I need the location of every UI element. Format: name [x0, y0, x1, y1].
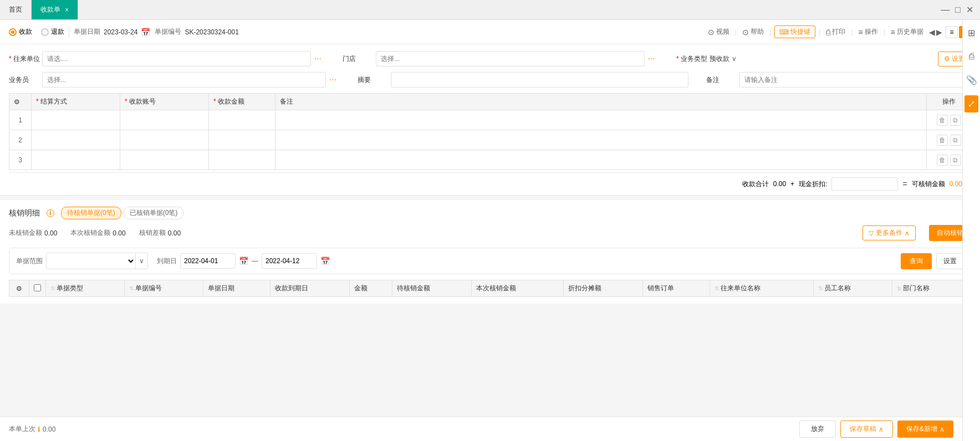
history-action[interactable]: ≡ 历史单据	[889, 27, 926, 37]
salesrep-input[interactable]	[42, 72, 326, 88]
row-1-remark[interactable]	[275, 110, 927, 130]
summary-input[interactable]	[391, 72, 688, 88]
print-label: 打印	[832, 27, 845, 37]
row-1-account[interactable]	[120, 110, 209, 130]
row-2-delete-btn[interactable]: 🗑	[937, 135, 948, 146]
pending-tab[interactable]: 待核销单据(0笔)	[61, 207, 121, 219]
row-3-copy-btn[interactable]: ⧉	[950, 155, 961, 166]
more-conditions-btn[interactable]: ▽ 更多条件 ∧	[862, 225, 916, 240]
operate-action[interactable]: ≡ 操作	[856, 27, 880, 37]
minimize-button[interactable]: —	[941, 5, 950, 15]
right-sidebar: ⊞ ⎙ 📎 ⤢	[962, 20, 980, 441]
sidebar-expand-icon[interactable]: ⤢	[964, 95, 978, 112]
row-2-copy-btn[interactable]: ⧉	[950, 135, 961, 146]
business-type-arrow[interactable]: ∨	[732, 55, 737, 63]
toolbar-actions: ⊙ 视频 | ⊙ 帮助 | ⌨ 快捷键 | ⎙ 打印 | ≡ 操作 | ≡ 历史…	[706, 25, 971, 38]
cal-to-icon[interactable]: 📅	[320, 257, 330, 265]
due-date-from-input[interactable]	[180, 253, 236, 269]
video-action[interactable]: ⊙ 视频	[706, 27, 732, 37]
range-arrow[interactable]: ∨	[135, 253, 147, 269]
range-select[interactable]	[47, 253, 135, 269]
print-action[interactable]: ⎙ 打印	[824, 27, 848, 37]
store-more[interactable]: ···	[645, 54, 659, 64]
video-label: 视频	[716, 27, 729, 37]
counterparty-input[interactable]	[42, 51, 311, 66]
maximize-button[interactable]: □	[955, 5, 961, 15]
discount-label: 现金折扣:	[799, 180, 827, 189]
row-2-settle[interactable]	[32, 130, 120, 150]
due-date-to-input[interactable]	[262, 253, 317, 269]
shortcut-icon: ⌨	[779, 28, 789, 36]
stats-row: 未核销金额 0.00 本次核销金额 0.00 核销差额 0.00 ▽ 更多条件 …	[9, 225, 971, 241]
range-label: 单据范围	[16, 257, 43, 266]
unverified-label: 未核销金额	[9, 228, 42, 238]
remark-input[interactable]	[739, 72, 971, 88]
sidebar-attach-icon[interactable]: 📎	[963, 71, 981, 89]
table-header-gear[interactable]: ⚙	[9, 94, 32, 110]
row-2-account[interactable]	[120, 130, 209, 150]
query-button[interactable]: 查询	[901, 253, 932, 269]
row-3-delete-btn[interactable]: 🗑	[937, 155, 948, 166]
cal-from-icon[interactable]: 📅	[239, 257, 248, 265]
counterparty-label: 往来单位	[9, 54, 42, 64]
bottom-bar: 本单上次 ℹ 0.00 放弃 保存草稿 ∧ 保存&新增 ∧	[0, 417, 962, 441]
filter-settings-button[interactable]: 设置	[936, 253, 964, 269]
unverified-stat: 未核销金额 0.00	[9, 228, 57, 238]
save-new-arrow: ∧	[940, 425, 945, 433]
row-3-settle[interactable]	[32, 150, 120, 170]
calendar-icon[interactable]: 📅	[141, 28, 150, 37]
vtable-select-all[interactable]	[34, 284, 41, 291]
print-icon: ⎙	[826, 28, 830, 37]
nav-next[interactable]: ▶	[936, 28, 942, 37]
form-section: 往来单位 ··· 门店 ··· 业务类型 预收款 ∨ ⚙ 设置 业务员	[0, 44, 980, 196]
close-button[interactable]: ✕	[966, 4, 973, 15]
done-tab[interactable]: 已核销单据(0笔)	[124, 207, 184, 219]
vtable-header-discount: 折扣分摊额	[563, 280, 642, 297]
store-input[interactable]	[376, 51, 645, 66]
verification-info-icon[interactable]: ℹ	[47, 209, 54, 217]
operate-label: 操作	[865, 27, 878, 37]
shortcut-label: 快捷键	[790, 27, 810, 37]
row-3-remark[interactable]	[275, 150, 927, 170]
sidebar-table-icon[interactable]: ⊞	[964, 24, 978, 42]
verification-section: 核销明细 ℹ 待核销单据(0笔) 已核销单据(0笔) 未核销金额 0.00 本次…	[0, 200, 980, 304]
sidebar-print-icon[interactable]: ⎙	[966, 48, 978, 65]
bottom-info-icon[interactable]: ℹ	[38, 425, 40, 433]
salesrep-more[interactable]: ···	[326, 75, 340, 85]
tab-receipt-close[interactable]: ×	[65, 6, 69, 14]
toolbar-divider-1	[69, 27, 69, 38]
verifiable-label: 可核销金额	[912, 180, 945, 189]
verification-title: 核销明细	[9, 208, 40, 218]
vtable-header-gear[interactable]: ⚙	[9, 280, 29, 297]
total-value: 0.00	[773, 180, 786, 188]
shortcut-button[interactable]: ⌨ 快捷键	[774, 25, 815, 38]
list-view-btn[interactable]: ≡	[946, 26, 958, 38]
counterparty-field: 往来单位 ···	[9, 51, 325, 66]
save-draft-button[interactable]: 保存草稿 ∧	[840, 421, 893, 438]
save-new-button[interactable]: 保存&新增 ∧	[897, 421, 953, 438]
discount-input[interactable]	[831, 177, 898, 191]
row-2-remark[interactable]	[275, 130, 927, 150]
settings-icon: ⚙	[944, 55, 950, 63]
row-1-copy-btn[interactable]: ⧉	[950, 115, 961, 126]
filter-icon: ▽	[869, 229, 874, 237]
abandon-button[interactable]: 放弃	[799, 421, 836, 438]
row-1-amount[interactable]	[209, 110, 275, 130]
refund-radio[interactable]: 退款	[41, 27, 64, 37]
row-3-account[interactable]	[120, 150, 209, 170]
vtable-header-sales-order: 销售订单	[643, 280, 710, 297]
tab-home[interactable]: 首页	[0, 0, 32, 19]
row-1-settle[interactable]	[32, 110, 120, 130]
nav-prev[interactable]: ◀	[929, 28, 935, 37]
refund-radio-circle	[41, 28, 49, 36]
help-action[interactable]: ⊙ 帮助	[740, 27, 766, 37]
receipt-radio[interactable]: 收款	[9, 27, 32, 37]
counterparty-more[interactable]: ···	[311, 54, 325, 64]
store-label: 门店	[343, 54, 376, 64]
row-1-delete-btn[interactable]: 🗑	[937, 115, 948, 126]
tab-receipt[interactable]: 收款单 ×	[32, 0, 78, 19]
row-2-amount[interactable]	[209, 130, 275, 150]
row-3-amount[interactable]	[209, 150, 275, 170]
current-stat: 本次核销金额 0.00	[70, 228, 125, 238]
more-conditions-label: 更多条件	[876, 228, 902, 238]
